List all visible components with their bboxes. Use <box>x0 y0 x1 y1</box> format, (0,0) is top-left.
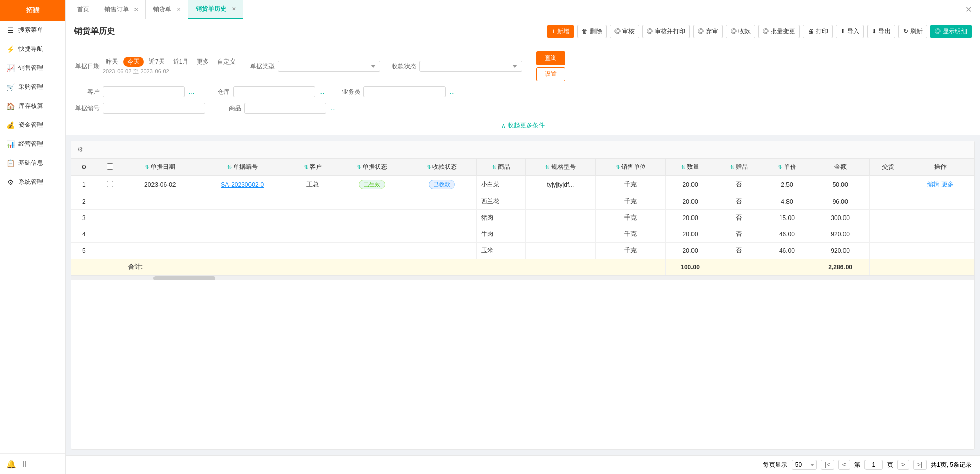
settings-button[interactable]: 设置 <box>536 67 565 81</box>
abandon-button[interactable]: ◎ 弃审 <box>693 25 722 38</box>
th-doc-status[interactable]: ⇅ 单据状态 <box>337 159 407 176</box>
th-goods[interactable]: ⇅ 商品 <box>477 159 526 176</box>
tab-sales-order[interactable]: 销售订单 ✕ <box>97 0 146 19</box>
cell-collect-status <box>407 226 477 243</box>
page-prev-button[interactable]: < <box>838 460 850 470</box>
date-range-text: 2023-06-02 至 2023-06-02 <box>103 68 239 75</box>
sidebar-item-inventory[interactable]: 🏠 库存核算 <box>0 96 65 115</box>
tab-sales-history-close[interactable]: ✕ <box>232 6 236 12</box>
cell-checkbox[interactable] <box>97 226 124 243</box>
table-settings-icon[interactable]: ⚙ <box>75 144 85 155</box>
print-button[interactable]: 🖨 打印 <box>803 25 832 38</box>
collect-button[interactable]: ◎ 收款 <box>726 25 755 38</box>
cell-quantity: 20.00 <box>666 226 715 243</box>
th-customer[interactable]: ⇅ 客户 <box>289 159 337 176</box>
warehouse-input[interactable] <box>233 86 315 97</box>
date-shortcut-more[interactable]: 更多 <box>194 57 212 67</box>
th-spec-type[interactable]: ⇅ 规格型号 <box>526 159 595 176</box>
warehouse-ellipsis[interactable]: ... <box>319 88 324 95</box>
sidebar-item-search-menu[interactable]: ☰ 搜索菜单 <box>0 21 65 40</box>
th-gift[interactable]: ⇅ 赠品 <box>715 159 763 176</box>
show-detail-button[interactable]: ◎ 显示明细 <box>930 25 972 38</box>
date-shortcut-1month[interactable]: 近1月 <box>170 57 192 67</box>
date-shortcut-custom[interactable]: 自定义 <box>214 57 239 67</box>
th-settings[interactable]: ⚙ <box>71 159 97 176</box>
sidebar-item-operations[interactable]: 📊 经营管理 <box>0 134 65 153</box>
collect-status-select[interactable] <box>419 61 522 72</box>
th-collect-status[interactable]: ⇅ 收款状态 <box>407 159 477 176</box>
cell-action <box>907 226 974 243</box>
export-button[interactable]: ⬇ 导出 <box>867 25 895 38</box>
pause-icon[interactable]: ⏸ <box>21 460 29 469</box>
tab-sales-history-label: 销货单历史 <box>196 5 226 13</box>
tab-sales-order-label: 销售订单 <box>104 5 129 14</box>
horizontal-scrollbar[interactable] <box>71 275 974 280</box>
page-first-button[interactable]: |< <box>821 460 834 470</box>
audit-print-button[interactable]: ◎ 审核并打印 <box>642 25 690 38</box>
tabs-close-all-button[interactable]: ✕ <box>961 5 976 14</box>
collapse-button[interactable]: ∧ 收起更多条件 <box>74 119 972 130</box>
sidebar-item-finance[interactable]: 💰 资金管理 <box>0 115 65 134</box>
tab-home[interactable]: 首页 <box>70 0 97 19</box>
cell-amount: 50.00 <box>811 176 870 193</box>
goods-label: 商品 <box>216 104 241 113</box>
date-shortcut-yesterday[interactable]: 昨天 <box>103 57 121 67</box>
cell-action <box>907 193 974 210</box>
date-shortcut-7days[interactable]: 近7天 <box>146 57 168 67</box>
th-checkbox[interactable] <box>97 159 124 176</box>
cell-goods: 玉米 <box>477 243 526 259</box>
customer-ellipsis[interactable]: ... <box>189 88 194 95</box>
summary-label <box>71 259 124 275</box>
more-button[interactable]: 更多 <box>940 180 955 189</box>
delete-button[interactable]: 🗑 删除 <box>577 25 606 38</box>
audit-button[interactable]: ◎ 审核 <box>610 25 639 38</box>
row-checkbox[interactable] <box>107 181 113 187</box>
doc-no-input[interactable] <box>103 103 205 114</box>
notification-icon[interactable]: 🔔 <box>6 459 16 469</box>
edit-button[interactable]: 编辑 <box>926 180 940 189</box>
sidebar-item-quick-nav[interactable]: ⚡ 快捷导航 <box>0 40 65 58</box>
page-next-button[interactable]: > <box>897 460 909 470</box>
goods-input[interactable] <box>244 103 326 114</box>
salesperson-ellipsis[interactable]: ... <box>450 88 455 95</box>
th-doc-date[interactable]: ⇅ 单据日期 <box>124 159 196 176</box>
doc-type-select[interactable] <box>278 61 380 72</box>
refresh-button[interactable]: ↻ 刷新 <box>898 25 927 38</box>
sidebar-item-label: 采购管理 <box>18 83 43 91</box>
cell-customer <box>289 210 337 226</box>
page-input[interactable] <box>864 460 883 470</box>
th-amount: 金额 <box>811 159 870 176</box>
th-quantity[interactable]: ⇅ 数量 <box>666 159 715 176</box>
tab-sales-invoice-close[interactable]: ✕ <box>177 7 181 12</box>
new-button[interactable]: + 新增 <box>547 25 574 38</box>
cell-checkbox[interactable] <box>97 243 124 259</box>
date-shortcut-today[interactable]: 今天 <box>123 57 144 67</box>
salesperson-input[interactable] <box>363 86 446 97</box>
tab-sales-history[interactable]: 销货单历史 ✕ <box>188 0 243 19</box>
select-all-checkbox[interactable] <box>107 163 113 170</box>
customer-input[interactable] <box>103 86 185 97</box>
th-sales-unit[interactable]: ⇅ 销售单位 <box>595 159 665 176</box>
sidebar-item-system-mgmt[interactable]: ⚙ 系统管理 <box>0 172 65 191</box>
batch-change-button[interactable]: ◎ 批量变更 <box>758 25 800 38</box>
tab-sales-order-close[interactable]: ✕ <box>134 7 138 12</box>
page-label: 第 <box>854 461 860 469</box>
scrollbar-thumb[interactable] <box>153 276 215 280</box>
th-doc-no[interactable]: ⇅ 单据编号 <box>196 159 289 176</box>
query-button[interactable]: 查询 <box>536 51 565 65</box>
cell-checkbox[interactable] <box>97 193 124 210</box>
goods-ellipsis[interactable]: ... <box>331 105 336 112</box>
cell-doc-no[interactable]: SA-20230602-0 <box>196 176 289 193</box>
sidebar-item-sales-mgmt[interactable]: 📈 销售管理 <box>0 58 65 77</box>
page-last-button[interactable]: >| <box>913 460 927 470</box>
sidebar-item-purchase-mgmt[interactable]: 🛒 采购管理 <box>0 77 65 96</box>
cell-checkbox[interactable] <box>97 210 124 226</box>
per-page-select[interactable]: 10 20 50 100 <box>792 460 817 470</box>
tab-sales-invoice[interactable]: 销货单 ✕ <box>146 0 188 19</box>
import-button[interactable]: ⬆ 导入 <box>836 25 864 38</box>
summary-quantity: 100.00 <box>666 259 715 275</box>
sidebar-item-basic-info[interactable]: 📋 基础信息 <box>0 153 65 172</box>
th-unit-price[interactable]: ⇅ 单价 <box>763 159 811 176</box>
query-settings-group: 查询 设置 <box>536 51 565 81</box>
cell-checkbox[interactable] <box>97 176 124 193</box>
